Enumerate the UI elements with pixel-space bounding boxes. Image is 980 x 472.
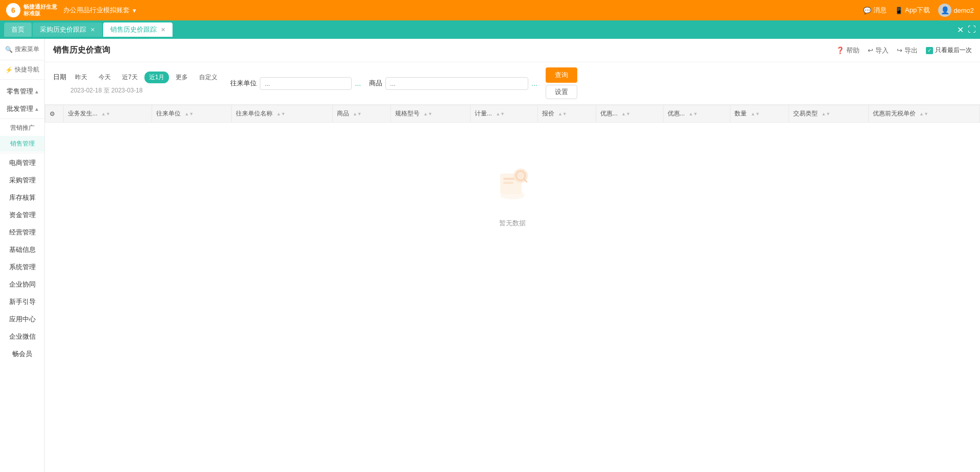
tab-purchase-history[interactable]: 采购历史价跟踪 ✕ bbox=[33, 22, 102, 37]
window-title-dropdown-icon[interactable]: ▾ bbox=[133, 7, 136, 14]
app-download-btn[interactable]: 📱 App下载 bbox=[895, 6, 930, 15]
table-col-quote[interactable]: 报价 ▲▼ bbox=[537, 105, 596, 123]
tab-home-label: 首页 bbox=[11, 25, 24, 34]
import-icon: ↩ bbox=[868, 46, 873, 54]
product-filter: 商品 ... bbox=[369, 77, 537, 90]
tab-sales-history[interactable]: 销售历史价跟踪 ✕ bbox=[103, 22, 173, 37]
query-btn[interactable]: 查询 bbox=[546, 67, 577, 83]
tab-bar: 首页 采购历史价跟踪 ✕ 销售历史价跟踪 ✕ ✕ ⛶ bbox=[0, 20, 980, 39]
table-col-trade-type[interactable]: 交易类型 ▲▼ bbox=[789, 105, 868, 123]
sidebar-item-marketing[interactable]: 营销推广 bbox=[0, 120, 44, 136]
divider-1 bbox=[0, 119, 44, 119]
help-icon: ❓ bbox=[836, 46, 844, 54]
date-row: 昨天 今天 近7天 近1月 更多 自定义 bbox=[70, 72, 222, 83]
table-col-spec[interactable]: 规格型号 ▲▼ bbox=[390, 105, 470, 123]
date-btn-7days[interactable]: 近7天 bbox=[117, 72, 142, 83]
tab-sales-history-label: 销售历史价跟踪 bbox=[110, 25, 157, 34]
date-btn-today[interactable]: 今天 bbox=[94, 72, 115, 83]
message-icon: 💬 bbox=[863, 7, 871, 14]
table-col-qty[interactable]: 数量 ▲▼ bbox=[730, 105, 789, 123]
sidebar-search-section: 🔍 搜索菜单 bbox=[0, 39, 44, 60]
tab-purchase-history-label: 采购历史价跟踪 bbox=[40, 25, 86, 34]
sidebar-item-enterprise[interactable]: 企业协同 bbox=[0, 276, 44, 293]
retail-arrow-icon: ▲ bbox=[34, 89, 39, 95]
tab-maximize-btn[interactable]: ⛶ bbox=[968, 25, 976, 34]
sidebar-item-ecommerce[interactable]: 电商管理 bbox=[0, 154, 44, 172]
sidebar-item-wechat[interactable]: 企业微信 bbox=[0, 328, 44, 345]
top-bar-right: 💬 消息 📱 App下载 👤 demo2 bbox=[863, 4, 974, 17]
tab-bar-right: ✕ ⛶ bbox=[957, 25, 976, 35]
sidebar-item-purchase[interactable]: 采购管理 bbox=[0, 172, 44, 189]
divider-2 bbox=[0, 153, 44, 153]
download-icon: 📱 bbox=[895, 7, 903, 14]
top-bar: 6 畅捷通好生意 标准版 办公用品行业模拟账套 ▾ 💬 消息 📱 App下载 👤… bbox=[0, 0, 980, 20]
window-title-area: 办公用品行业模拟账套 ▾ bbox=[63, 6, 857, 15]
sort-icon-qty: ▲▼ bbox=[751, 111, 760, 116]
sort-icon-unit: ▲▼ bbox=[496, 111, 505, 116]
svg-rect-3 bbox=[503, 182, 513, 184]
sidebar-item-members[interactable]: 畅会员 bbox=[0, 345, 44, 363]
sidebar-item-operations[interactable]: 经营管理 bbox=[0, 224, 44, 241]
counterpart-label: 往来单位 bbox=[230, 79, 257, 88]
table-col-discount2[interactable]: 优惠... ▲▼ bbox=[663, 105, 730, 123]
table-header: ⚙ 业务发生... ▲▼ 往来单位 ▲▼ 往来单位名称 ▲▼ bbox=[45, 105, 980, 123]
sidebar-item-wholesale[interactable]: 批发管理 ▲ bbox=[0, 100, 44, 117]
import-btn[interactable]: ↩ 导入 bbox=[868, 46, 889, 55]
search-menu-btn[interactable]: 🔍 搜索菜单 bbox=[0, 43, 44, 56]
logo-text: 畅捷通好生意 标准版 bbox=[23, 4, 57, 17]
empty-state: 暂无数据 bbox=[45, 123, 980, 269]
date-buttons-group: 昨天 今天 近7天 近1月 更多 自定义 2023-02-18 至 2023-0… bbox=[70, 72, 222, 95]
table-col-discount1[interactable]: 优惠... ▲▼ bbox=[596, 105, 663, 123]
help-btn[interactable]: ❓ 帮助 bbox=[836, 46, 860, 55]
sidebar-item-app-center[interactable]: 应用中心 bbox=[0, 311, 44, 328]
data-table: ⚙ 业务发生... ▲▼ 往来单位 ▲▼ 往来单位名称 ▲▼ bbox=[45, 105, 980, 123]
only-last-toggle[interactable]: ✓ 只看最后一次 bbox=[926, 46, 972, 55]
sort-icon-product: ▲▼ bbox=[353, 111, 362, 116]
tab-sales-history-close[interactable]: ✕ bbox=[161, 27, 165, 33]
sort-icon-quote: ▲▼ bbox=[558, 111, 567, 116]
tab-home[interactable]: 首页 bbox=[4, 22, 32, 37]
table-col-counterpart-name[interactable]: 往来单位名称 ▲▼ bbox=[232, 105, 332, 123]
sidebar-item-retail[interactable]: 零售管理 ▲ bbox=[0, 83, 44, 100]
logo-icon: 6 bbox=[6, 3, 20, 17]
product-input[interactable] bbox=[385, 77, 528, 90]
sort-icon-biz-date: ▲▼ bbox=[101, 111, 110, 116]
table-area: ⚙ 业务发生... ▲▼ 往来单位 ▲▼ 往来单位名称 ▲▼ bbox=[45, 105, 980, 472]
counterpart-input[interactable] bbox=[260, 77, 352, 90]
quicknav-icon: ⚡ bbox=[5, 66, 13, 74]
table-col-product[interactable]: 商品 ▲▼ bbox=[332, 105, 390, 123]
sidebar-item-inventory[interactable]: 库存核算 bbox=[0, 189, 44, 206]
page-header: 销售历史价查询 ❓ 帮助 ↩ 导入 ↪ 导出 ✓ 只看最后一次 bbox=[45, 39, 980, 62]
sidebar-item-guide[interactable]: 新手引导 bbox=[0, 293, 44, 311]
date-btn-custom[interactable]: 自定义 bbox=[194, 72, 222, 83]
avatar: 👤 bbox=[938, 4, 951, 17]
table-col-gear[interactable]: ⚙ bbox=[45, 105, 64, 123]
date-btn-yesterday[interactable]: 昨天 bbox=[70, 72, 92, 83]
product-dots[interactable]: ... bbox=[531, 79, 537, 87]
sidebar-item-finance[interactable]: 资金管理 bbox=[0, 206, 44, 224]
sidebar-item-basic-info[interactable]: 基础信息 bbox=[0, 241, 44, 258]
table-col-unit[interactable]: 计量... ▲▼ bbox=[470, 105, 537, 123]
main-layout: 🔍 搜索菜单 ⚡ 快捷导航 零售管理 ▲ 批发管理 ▲ 营销推广 销售管理 bbox=[0, 39, 980, 472]
sidebar-item-sales-mgmt[interactable]: 销售管理 bbox=[0, 136, 44, 152]
messages-btn[interactable]: 💬 消息 bbox=[863, 6, 887, 15]
settings-btn[interactable]: 设置 bbox=[546, 85, 577, 99]
sidebar-item-system[interactable]: 系统管理 bbox=[0, 258, 44, 276]
empty-text: 暂无数据 bbox=[499, 219, 526, 228]
table-col-pretax-price[interactable]: 优惠前无税单价 ▲▼ bbox=[868, 105, 979, 123]
quick-nav-btn[interactable]: ⚡ 快捷导航 bbox=[0, 63, 44, 76]
export-btn[interactable]: ↪ 导出 bbox=[897, 46, 918, 55]
sort-icon-counterpart-name: ▲▼ bbox=[276, 111, 285, 116]
tab-close-all-btn[interactable]: ✕ bbox=[957, 25, 964, 35]
date-btn-more[interactable]: 更多 bbox=[171, 72, 192, 83]
tab-purchase-history-close[interactable]: ✕ bbox=[90, 27, 95, 33]
only-last-checkbox: ✓ bbox=[926, 47, 933, 54]
counterpart-dots[interactable]: ... bbox=[355, 79, 361, 87]
sidebar-menu-section: 零售管理 ▲ 批发管理 ▲ 营销推广 销售管理 电商管理 采购管理 库存核算 资… bbox=[0, 80, 44, 366]
sort-icon-spec: ▲▼ bbox=[423, 111, 432, 116]
date-btn-1month[interactable]: 近1月 bbox=[144, 72, 169, 83]
table-col-biz-date[interactable]: 业务发生... ▲▼ bbox=[64, 105, 152, 123]
content-area: 销售历史价查询 ❓ 帮助 ↩ 导入 ↪ 导出 ✓ 只看最后一次 bbox=[45, 39, 980, 472]
table-col-counterpart-code[interactable]: 往来单位 ▲▼ bbox=[152, 105, 232, 123]
user-avatar-btn[interactable]: 👤 demo2 bbox=[938, 4, 974, 17]
